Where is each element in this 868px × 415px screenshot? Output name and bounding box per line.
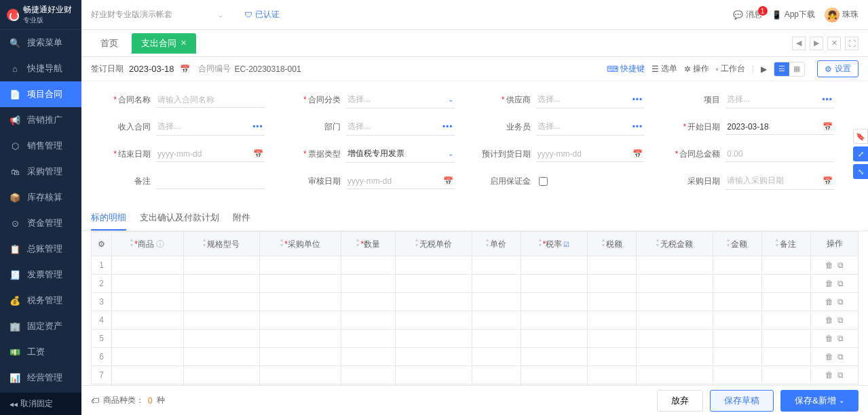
deposit-checkbox[interactable] <box>539 177 548 186</box>
table-row[interactable]: 4🗑⧉ <box>92 311 858 330</box>
income-contract-select[interactable]: 选择...••• <box>156 118 265 136</box>
cell[interactable] <box>588 348 637 366</box>
cell[interactable] <box>260 348 341 366</box>
cell[interactable] <box>761 348 810 366</box>
cell[interactable] <box>713 256 761 275</box>
department-select[interactable]: 选择...••• <box>346 118 455 136</box>
col-1[interactable]: ▴▾规格型号 <box>183 232 259 256</box>
copy-icon[interactable]: ⧉ <box>837 260 844 270</box>
sidebar-item-ledger[interactable]: 📋总账管理 <box>0 236 81 262</box>
selectorder-link[interactable]: ☰选单 <box>652 63 677 75</box>
cell[interactable] <box>761 311 810 330</box>
purchasedate-input[interactable]: 请输入采购日期📅 <box>725 172 834 190</box>
sidebar-item-box[interactable]: 📦库存核算 <box>0 184 81 210</box>
tab-home[interactable]: 首页 <box>91 33 128 54</box>
invoicetype-select[interactable]: 增值税专用发票⌄ <box>346 145 455 163</box>
project-select[interactable]: 选择...••• <box>725 91 834 108</box>
col-6[interactable]: ▴▾*税率☑ <box>521 232 587 256</box>
salesperson-select[interactable]: 选择...••• <box>536 118 645 136</box>
sidebar-item-cart[interactable]: ⬡销售管理 <box>0 133 81 159</box>
cell[interactable] <box>112 311 184 330</box>
cell[interactable] <box>637 311 713 330</box>
cell[interactable] <box>713 366 761 384</box>
user-menu[interactable]: 👧 珠珠 <box>825 7 858 22</box>
view-grid-button[interactable]: ▦ <box>789 62 804 76</box>
sidebar-item-invoice[interactable]: 🧾发票管理 <box>0 262 81 288</box>
delete-icon[interactable]: 🗑 <box>825 334 833 343</box>
col-4[interactable]: ▴▾无税单价 <box>396 232 472 256</box>
col-10[interactable]: ▴▾备注 <box>761 232 810 256</box>
cell[interactable] <box>260 311 341 330</box>
cell[interactable] <box>396 366 472 384</box>
cell[interactable] <box>260 293 341 311</box>
cell[interactable] <box>472 348 521 366</box>
cell[interactable] <box>761 256 810 275</box>
copy-icon[interactable]: ⧉ <box>837 370 844 380</box>
cell[interactable] <box>341 330 396 348</box>
delete-icon[interactable]: 🗑 <box>825 297 833 307</box>
cell[interactable] <box>396 311 472 330</box>
cell[interactable] <box>761 275 810 293</box>
cell[interactable] <box>588 293 637 311</box>
arrivaldate-input[interactable]: yyyy-mm-dd📅 <box>536 146 645 162</box>
cell[interactable] <box>341 366 396 384</box>
contract-category-select[interactable]: 选择...⌄ <box>346 91 455 108</box>
copy-icon[interactable]: ⧉ <box>837 334 844 343</box>
cell[interactable] <box>637 348 713 366</box>
cell[interactable] <box>588 366 637 384</box>
cell[interactable] <box>521 293 587 311</box>
sidebar-item-bag[interactable]: 🛍采购管理 <box>0 159 81 184</box>
cell[interactable] <box>112 293 184 311</box>
cell[interactable] <box>521 366 587 384</box>
table-row[interactable]: 2🗑⧉ <box>92 275 858 293</box>
copy-icon[interactable]: ⧉ <box>837 297 844 307</box>
table-row[interactable]: 5🗑⧉ <box>92 330 858 348</box>
col-9[interactable]: ▴▾金额 <box>713 232 761 256</box>
cell[interactable] <box>472 330 521 348</box>
cancel-pin-button[interactable]: ◂◂ 取消固定 <box>0 393 81 415</box>
cell[interactable] <box>521 275 587 293</box>
cell[interactable] <box>260 256 341 275</box>
calendar-icon[interactable]: 📅 <box>180 64 190 74</box>
collapse-prev-button[interactable]: ▶ <box>761 64 767 74</box>
cell[interactable] <box>761 293 810 311</box>
cell[interactable] <box>588 330 637 348</box>
cell[interactable] <box>761 330 810 348</box>
cell[interactable] <box>472 366 521 384</box>
settings-button[interactable]: ⚙ 设置 <box>817 60 858 77</box>
discard-button[interactable]: 放弃 <box>657 390 703 412</box>
table-row[interactable]: 3🗑⧉ <box>92 293 858 311</box>
cell[interactable] <box>112 348 184 366</box>
copy-icon[interactable]: ⧉ <box>837 279 844 288</box>
cell[interactable] <box>396 256 472 275</box>
cell[interactable] <box>472 311 521 330</box>
cell[interactable] <box>472 256 521 275</box>
detail-tab-2[interactable]: 附件 <box>233 206 250 231</box>
table-row[interactable]: 6🗑⧉ <box>92 348 858 366</box>
auditdate-input[interactable]: yyyy-mm-dd📅 <box>346 174 455 189</box>
cell[interactable] <box>183 256 259 275</box>
cell[interactable] <box>713 348 761 366</box>
delete-icon[interactable]: 🗑 <box>825 315 833 325</box>
expand-icon[interactable]: ⤢ <box>853 146 868 161</box>
col-2[interactable]: ▴▾*采购单位 <box>260 232 341 256</box>
cell[interactable] <box>112 275 184 293</box>
sidebar-item-tax[interactable]: 💰税务管理 <box>0 288 81 313</box>
cell[interactable] <box>183 348 259 366</box>
download-button[interactable]: 📱 App下载 <box>772 9 815 20</box>
supplier-select[interactable]: 选择...••• <box>536 91 645 108</box>
message-button[interactable]: 💬 消息 1 <box>733 9 762 20</box>
view-list-button[interactable]: ☰ <box>774 62 789 76</box>
remark-input[interactable] <box>156 174 265 189</box>
sidebar-item-megaphone[interactable]: 📢营销推广 <box>0 107 81 133</box>
startdate-input[interactable]: 2023-03-18📅 <box>725 119 834 135</box>
delete-icon[interactable]: 🗑 <box>825 279 833 288</box>
sidebar-item-search[interactable]: 🔍搜索菜单 <box>0 30 81 56</box>
cell[interactable] <box>588 275 637 293</box>
cell[interactable] <box>713 293 761 311</box>
cell[interactable] <box>260 366 341 384</box>
copy-icon[interactable]: ⧉ <box>837 352 844 361</box>
save-draft-button[interactable]: 保存草稿 <box>710 390 774 412</box>
tab-prev-button[interactable]: ◀ <box>792 37 806 50</box>
cell[interactable] <box>260 330 341 348</box>
